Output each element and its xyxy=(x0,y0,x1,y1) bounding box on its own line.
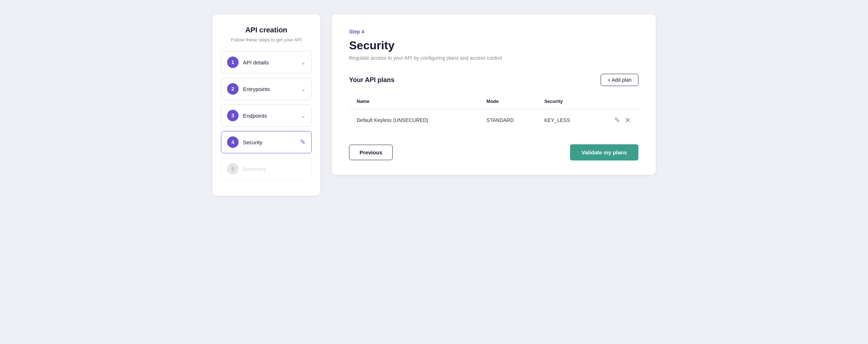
plans-table: Name Mode Security Default Keyless (UNSE… xyxy=(349,93,638,131)
step-badge-2: 2 xyxy=(227,83,239,95)
step-left-2: 2 Entrypoints xyxy=(227,83,270,95)
step-left-1: 1 API details xyxy=(227,56,269,68)
right-panel: Step 4 Security Regulate access to your … xyxy=(332,14,656,175)
step-left-5: 5 Summary xyxy=(227,163,266,175)
step-item-endpoints[interactable]: 3 Endpoints ⌄ xyxy=(221,104,312,127)
footer-actions: Previous Validate my plans xyxy=(349,144,638,160)
step-item-entrypoints[interactable]: 2 Entrypoints ⌄ xyxy=(221,78,312,100)
row-actions-cell: ✎ ✕ xyxy=(595,109,638,131)
left-panel: API creation Follow these steps to get y… xyxy=(212,14,320,196)
step-badge-5: 5 xyxy=(227,163,239,175)
chevron-icon-2: ⌄ xyxy=(301,86,306,92)
step-label-1: API details xyxy=(243,59,269,65)
step-left-4: 4 Security xyxy=(227,136,262,148)
col-header-security: Security xyxy=(537,94,595,109)
chevron-icon-1: ⌄ xyxy=(301,59,306,66)
page-description: Regulate access to your API by configuri… xyxy=(349,55,638,61)
step-item-api-details[interactable]: 1 API details ⌄ xyxy=(221,51,312,73)
step-label-3: Endpoints xyxy=(243,113,267,119)
step-item-security[interactable]: 4 Security ✎ xyxy=(221,131,312,153)
col-header-mode: Mode xyxy=(479,94,537,109)
step-badge-3: 3 xyxy=(227,110,239,121)
row-edit-icon[interactable]: ✎ xyxy=(614,116,620,125)
col-header-name: Name xyxy=(349,94,479,109)
row-delete-icon[interactable]: ✕ xyxy=(625,116,631,125)
step-left-3: 3 Endpoints xyxy=(227,110,267,121)
step-label-5: Summary xyxy=(243,166,266,172)
validate-button[interactable]: Validate my plans xyxy=(570,144,638,160)
step-label-4: Security xyxy=(243,139,262,145)
step-label-top: Step 4 xyxy=(349,29,638,35)
edit-icon-4: ✎ xyxy=(300,138,306,146)
panel-title: API creation xyxy=(221,26,312,34)
step-label-2: Entrypoints xyxy=(243,86,270,92)
row-security: KEY_LESS xyxy=(537,109,595,131)
col-header-actions xyxy=(595,94,638,109)
section-title: Your API plans xyxy=(349,76,394,84)
page-title: Security xyxy=(349,39,638,52)
row-name: Default Keyless (UNSECURED) xyxy=(349,109,479,131)
panel-subtitle: Follow these steps to get your API xyxy=(221,37,312,42)
step-badge-4: 4 xyxy=(227,136,239,148)
add-plan-button[interactable]: + Add plan xyxy=(601,74,638,86)
previous-button[interactable]: Previous xyxy=(349,145,393,160)
step-badge-1: 1 xyxy=(227,56,239,68)
row-mode: STANDARD xyxy=(479,109,537,131)
table-row: Default Keyless (UNSECURED) STANDARD KEY… xyxy=(349,109,638,131)
table-header-row: Name Mode Security xyxy=(349,94,638,109)
section-header: Your API plans + Add plan xyxy=(349,74,638,86)
step-item-summary: 5 Summary xyxy=(221,158,312,180)
row-actions: ✎ ✕ xyxy=(602,116,631,125)
chevron-icon-3: ⌄ xyxy=(301,112,306,119)
